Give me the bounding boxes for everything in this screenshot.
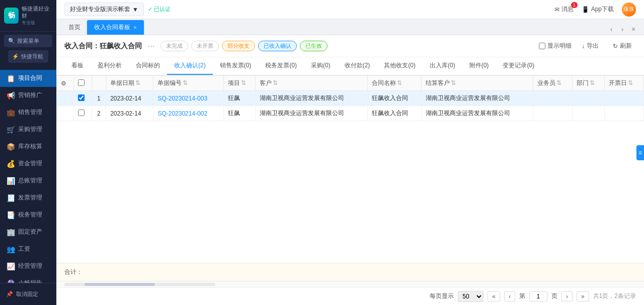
cancel-pin-button[interactable]: 📌 取消固定 [4, 287, 52, 301]
sidebar-item-marketing[interactable]: 📢营销推广 [0, 87, 56, 104]
prev-page-button[interactable]: ‹ [504, 291, 515, 301]
export-button[interactable]: ↓ 导出 [578, 40, 603, 52]
sidebar-item-tax[interactable]: 📑税务管理 [0, 207, 56, 224]
col-header-salesperson[interactable]: 业务员⇅ [533, 76, 572, 91]
status-tag-已生效[interactable]: 已生效 [300, 41, 328, 51]
refresh-icon: ↻ [613, 43, 618, 50]
search-menu-button[interactable]: 🔍 搜索菜单 [4, 35, 52, 47]
sidebar-bottom: 📌 取消固定 [0, 283, 56, 305]
sidebar-item-hr[interactable]: 👥工资 [0, 241, 56, 258]
per-page-select[interactable]: 2050100 [458, 291, 484, 302]
contract-title: 收入合同：狂飙收入合同 [64, 42, 142, 51]
sidebar-item-inventory[interactable]: 📦库存核算 [0, 138, 56, 155]
sidebar-item-funds[interactable]: 💰资金管理 [0, 155, 56, 172]
tab-收付款[interactable]: 收付款(2) [338, 57, 377, 75]
status-tag-已收入确认[interactable]: 已收入确认 [258, 41, 297, 51]
refresh-button[interactable]: ↻ 刷新 [609, 40, 636, 52]
col-header-department[interactable]: 部门⇅ [573, 76, 605, 91]
col-header-open_date[interactable]: 开票日⇅ [604, 76, 643, 91]
message-icon: ✉ [554, 6, 559, 13]
certified-badge: ✓ 已认证 [148, 6, 171, 13]
tab-附件[interactable]: 附件(0) [462, 57, 496, 75]
col-header-project[interactable]: 项目⇅ [223, 76, 256, 91]
sidebar-item-purchase[interactable]: 🛒采购管理 [0, 121, 56, 138]
sidebar-item-fixed[interactable]: 🏢固定资产 [0, 224, 56, 241]
quick-nav-button[interactable]: ⚡ 快捷导航 [8, 50, 48, 63]
settings-icon[interactable]: ⚙ [61, 80, 66, 87]
col-header-code[interactable]: 单据编号⇅ [153, 76, 223, 91]
col-header-customer[interactable]: 客户⇅ [256, 76, 367, 91]
topbar-left: 好业财专业版演示帐套 ▼ ✓ 已认证 [64, 3, 171, 16]
record-link[interactable]: SQ-20230214-002 [157, 110, 207, 117]
record-link[interactable]: SQ-20230214-003 [157, 95, 207, 102]
sidebar-item-sales[interactable]: 💼销售管理 [0, 104, 56, 121]
window-prev-button[interactable]: ‹ [607, 25, 616, 34]
sort-icon: ⇅ [590, 79, 595, 86]
table-area: ⚙单据日期⇅单据编号⇅项目⇅客户⇅合同名称⇅结算客户⇅业务员⇅部门⇅开票日⇅ 1… [56, 75, 644, 263]
main-area: 好业财专业版演示帐套 ▼ ✓ 已认证 ✉ 1 消息 📱 App下载 珠珠 [56, 0, 644, 305]
total-row: 合计： [56, 263, 644, 281]
app-download-button[interactable]: 📱 App下载 [582, 5, 614, 14]
first-page-button[interactable]: « [488, 291, 500, 301]
tab-其他收支[interactable]: 其他收支(0) [377, 57, 423, 75]
sort-icon: ⇅ [241, 79, 246, 86]
sidebar-item-project[interactable]: 📋项目合同 [0, 70, 56, 87]
show-detail-input[interactable] [539, 43, 545, 49]
next-page-button[interactable]: › [561, 291, 573, 301]
message-badge: 1 [571, 2, 578, 8]
tab-收入确认[interactable]: 收入确认(2) [167, 57, 213, 75]
page-input[interactable] [529, 291, 547, 301]
col-header-contract[interactable]: 合同名称⇅ [367, 76, 421, 91]
sidebar-item-ops[interactable]: 📈经营管理 [0, 258, 56, 275]
scrollbar-track[interactable] [64, 283, 215, 286]
col-header-settlement_customer[interactable]: 结算客户⇅ [421, 76, 533, 91]
col-header-settings: ⚙ [57, 76, 74, 91]
company-dropdown-icon: ▼ [132, 6, 138, 13]
tab-盈利分析[interactable]: 盈利分析 [91, 57, 129, 75]
pin-icon: 📌 [6, 291, 13, 297]
tab-税务发票[interactable]: 税务发票(0) [258, 57, 304, 75]
scrollbar-thumb[interactable] [85, 283, 155, 286]
contract-more-button[interactable]: ··· [148, 42, 154, 51]
sidebar-item-label: 固定资产 [18, 228, 42, 236]
sort-icon: ⇅ [397, 79, 402, 86]
status-tags: 未完成未开票部分收支已收入确认已生效 [160, 41, 328, 51]
message-button[interactable]: ✉ 1 消息 [554, 5, 574, 14]
window-controls: ‹ › × [607, 25, 638, 35]
tab-close-icon[interactable]: × [133, 24, 137, 31]
tab-出入库[interactable]: 出入库(0) [423, 57, 462, 75]
sidebar-item-invoice[interactable]: 🧾发票管理 [0, 189, 56, 207]
check-icon: ✓ [148, 6, 152, 13]
topbar: 好业财专业版演示帐套 ▼ ✓ 已认证 ✉ 1 消息 📱 App下载 珠珠 [56, 0, 644, 19]
last-page-button[interactable]: » [577, 291, 589, 301]
sidebar: 畅 畅捷通好业财 专业版 🔍 搜索菜单 ⚡ 快捷导航 📋项目合同📢营销推广💼销售… [0, 0, 56, 305]
sidebar-item-report[interactable]: 🔮小畅报告 [0, 275, 56, 283]
right-edge-icon[interactable]: ≡ [636, 145, 644, 160]
row-checkbox[interactable] [78, 110, 85, 116]
pagination: 每页显示 2050100 « ‹ 第 页 › » 共1页，2条记录 [56, 287, 644, 305]
home-tab[interactable]: 首页 [62, 20, 87, 35]
sidebar-item-label: 采购管理 [18, 125, 42, 134]
user-avatar[interactable]: 珠珠 [622, 3, 636, 17]
col-header-num [92, 76, 106, 91]
sidebar-item-label: 税务管理 [18, 211, 42, 219]
status-tag-未完成[interactable]: 未完成 [160, 41, 188, 51]
status-tag-未开票[interactable]: 未开票 [191, 41, 219, 51]
window-next-button[interactable]: › [618, 25, 627, 34]
tab-销售发票[interactable]: 销售发票(0) [213, 57, 259, 75]
tab-采购[interactable]: 采购(0) [304, 57, 338, 75]
active-tab[interactable]: 收入合同看板 × [87, 20, 144, 35]
col-header-date[interactable]: 单据日期⇅ [106, 76, 153, 91]
company-selector[interactable]: 好业财专业版演示帐套 ▼ [64, 3, 144, 16]
scrollbar-area [56, 281, 644, 287]
window-close-button[interactable]: × [629, 25, 638, 34]
sort-icon: ⇅ [556, 79, 561, 86]
tab-看板[interactable]: 看板 [64, 57, 91, 75]
show-detail-checkbox[interactable]: 显示明细 [539, 42, 572, 50]
select-all-checkbox[interactable] [78, 79, 85, 86]
status-tag-部分收支[interactable]: 部分收支 [222, 41, 255, 51]
tab-合同标的[interactable]: 合同标的 [129, 57, 167, 75]
row-checkbox[interactable] [78, 94, 85, 101]
tab-变更记录[interactable]: 变更记录(0) [496, 57, 541, 75]
sidebar-item-general[interactable]: 📊总账管理 [0, 172, 56, 189]
